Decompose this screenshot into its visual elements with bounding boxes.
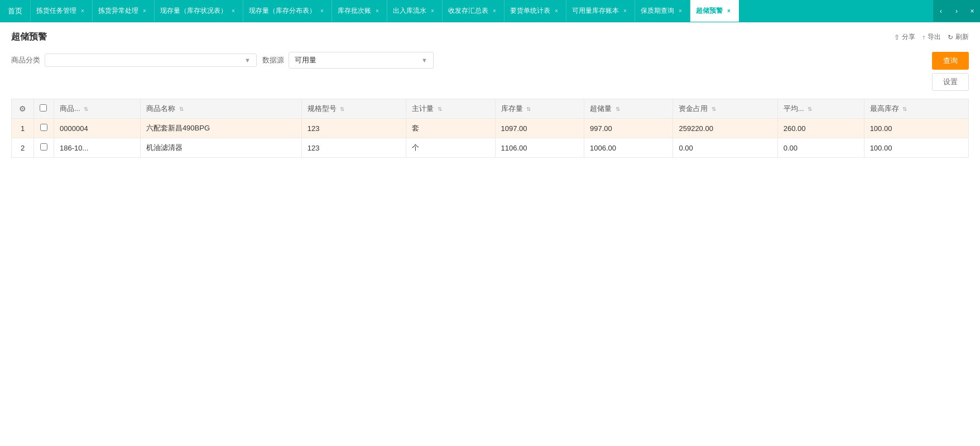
col-overstock-header[interactable]: 超储量 ⇅: [584, 99, 672, 119]
row-checkbox-0[interactable]: [40, 124, 47, 131]
nav-tab-3[interactable]: 现存量（库存状况表） ×: [155, 0, 243, 22]
nav-tab-9[interactable]: 可用量库存账本 ×: [566, 0, 635, 22]
nav-tab-10[interactable]: 保质期查询 ×: [635, 0, 690, 22]
page-title: 超储预警: [11, 31, 47, 43]
nav-tab-label-11: 超储预警: [696, 6, 723, 16]
nav-tab-2[interactable]: 拣货异常处理 ×: [93, 0, 155, 22]
nav-tab-1[interactable]: 拣货任务管理 ×: [31, 0, 93, 22]
col-stock-label: 库存量: [501, 104, 523, 113]
nav-tab-label-9: 可用量库存账本: [572, 6, 619, 16]
col-capital-label: 资金占用: [679, 104, 708, 113]
nav-tab-close-10[interactable]: ×: [676, 7, 684, 15]
settings-button[interactable]: 设置: [932, 73, 969, 91]
nav-tab-label-7: 收发存汇总表: [448, 6, 488, 16]
col-unit-sort-icon: ⇅: [438, 106, 442, 112]
nav-tab-label-10: 保质期查询: [641, 6, 674, 16]
nav-arrow-close[interactable]: ×: [964, 0, 980, 22]
col-code-header[interactable]: 商品... ⇅: [54, 99, 141, 119]
nav-tab-close-9[interactable]: ×: [621, 7, 629, 15]
col-maxstock-header[interactable]: 最高库存 ⇅: [864, 99, 968, 119]
nav-tab-11[interactable]: 超储预警 ×: [690, 0, 739, 22]
nav-arrow-left[interactable]: ‹: [933, 0, 949, 22]
share-label: 分享: [902, 32, 915, 42]
col-stock-sort-icon: ⇅: [526, 106, 531, 112]
col-capital-header[interactable]: 资金占用 ⇅: [673, 99, 777, 119]
nav-tab-5[interactable]: 库存批次账 ×: [332, 0, 387, 22]
table-row: 1 0000004 六配套新昌490BPG 123 套 1097.00 997.…: [12, 119, 969, 138]
select-all-checkbox[interactable]: [40, 104, 47, 112]
refresh-icon: ↻: [948, 33, 953, 41]
col-avg-sort-icon: ⇅: [808, 106, 812, 112]
table-body: 1 0000004 六配套新昌490BPG 123 套 1097.00 997.…: [12, 119, 969, 158]
nav-tab-close-2[interactable]: ×: [141, 7, 148, 15]
col-spec-label: 规格型号: [308, 104, 337, 113]
page-header: 超储预警 ⇧ 分享 ↑ 导出 ↻ 刷新: [11, 31, 969, 43]
row-spec-1: 123: [301, 138, 406, 158]
row-code-1: 186-10...: [54, 138, 141, 158]
nav-tab-close-8[interactable]: ×: [553, 7, 560, 15]
row-capital-0: 259220.00: [673, 119, 777, 138]
row-code-0: 0000004: [54, 119, 141, 138]
col-name-header[interactable]: 商品名称 ⇅: [140, 99, 301, 119]
col-stock-header[interactable]: 库存量 ⇅: [495, 99, 584, 119]
gear-icon: ⚙: [19, 104, 26, 113]
nav-tab-label-8: 要货单统计表: [510, 6, 550, 16]
col-code-sort-icon: ⇅: [84, 106, 88, 112]
col-code-label: 商品...: [60, 104, 80, 113]
row-name-0: 六配套新昌490BPG: [140, 119, 301, 138]
row-index-0: 1: [12, 119, 34, 138]
nav-arrow-right[interactable]: ›: [949, 0, 964, 22]
col-unit-label: 主计量: [412, 104, 434, 113]
nav-tab-4[interactable]: 现存量（库存分布表） ×: [243, 0, 332, 22]
col-overstock-sort-icon: ⇅: [616, 106, 620, 112]
row-index-1: 2: [12, 138, 34, 158]
data-table: ⚙ 商品... ⇅ 商品名称 ⇅ 规格型号 ⇅ 主计量: [11, 99, 969, 158]
refresh-link[interactable]: ↻ 刷新: [948, 32, 969, 42]
col-spec-sort-icon: ⇅: [340, 106, 344, 112]
share-link[interactable]: ⇧ 分享: [894, 32, 915, 42]
share-icon: ⇧: [894, 33, 900, 41]
category-filter: 商品分类 ▼: [11, 54, 257, 67]
nav-tab-label-5: 库存批次账: [338, 6, 371, 16]
datasource-value: 可用量: [295, 55, 316, 65]
category-select[interactable]: ▼: [45, 54, 257, 67]
col-maxstock-label: 最高库存: [870, 104, 899, 113]
nav-arrows: ‹ › ×: [933, 0, 980, 22]
export-label: 导出: [928, 32, 941, 42]
row-checkbox-cell-1[interactable]: [34, 138, 54, 158]
row-maxstock-1: 100.00: [864, 138, 968, 158]
nav-tab-8[interactable]: 要货单统计表 ×: [505, 0, 566, 22]
export-icon: ↑: [922, 33, 925, 41]
col-avg-label: 平均...: [784, 104, 804, 113]
col-checkbox-header[interactable]: [34, 99, 54, 119]
row-unit-1: 个: [406, 138, 495, 158]
nav-tab-close-1[interactable]: ×: [79, 7, 87, 15]
nav-tab-label-1: 拣货任务管理: [36, 6, 76, 16]
nav-tab-close-3[interactable]: ×: [229, 7, 237, 15]
nav-tab-close-11[interactable]: ×: [725, 7, 733, 15]
main-area: 超储预警 ⇧ 分享 ↑ 导出 ↻ 刷新 商品分类 ▼: [0, 22, 980, 446]
col-unit-header[interactable]: 主计量 ⇅: [406, 99, 495, 119]
row-unit-0: 套: [406, 119, 495, 138]
col-gear[interactable]: ⚙: [12, 99, 34, 119]
col-avg-header[interactable]: 平均... ⇅: [777, 99, 864, 119]
nav-tab-7[interactable]: 收发存汇总表 ×: [443, 0, 505, 22]
export-link[interactable]: ↑ 导出: [922, 32, 941, 42]
row-checkbox-cell-0[interactable]: [34, 119, 54, 138]
nav-tab-6[interactable]: 出入库流水 ×: [387, 0, 443, 22]
datasource-select[interactable]: 可用量 ▼: [289, 52, 434, 69]
table-row: 2 186-10... 机油滤清器 123 个 1106.00 1006.00 …: [12, 138, 969, 158]
nav-home[interactable]: 首页: [0, 0, 31, 22]
col-name-sort-icon: ⇅: [179, 106, 184, 112]
row-avg-0: 260.00: [777, 119, 864, 138]
row-overstock-0: 997.00: [584, 119, 672, 138]
nav-tab-close-4[interactable]: ×: [318, 7, 326, 15]
query-button[interactable]: 查询: [932, 52, 969, 70]
col-spec-header[interactable]: 规格型号 ⇅: [301, 99, 406, 119]
nav-tab-close-7[interactable]: ×: [491, 7, 498, 15]
nav-tab-label-6: 出入库流水: [393, 6, 426, 16]
row-checkbox-1[interactable]: [40, 143, 47, 151]
row-stock-0: 1097.00: [495, 119, 584, 138]
nav-tab-close-6[interactable]: ×: [429, 7, 436, 15]
nav-tab-close-5[interactable]: ×: [373, 7, 381, 15]
